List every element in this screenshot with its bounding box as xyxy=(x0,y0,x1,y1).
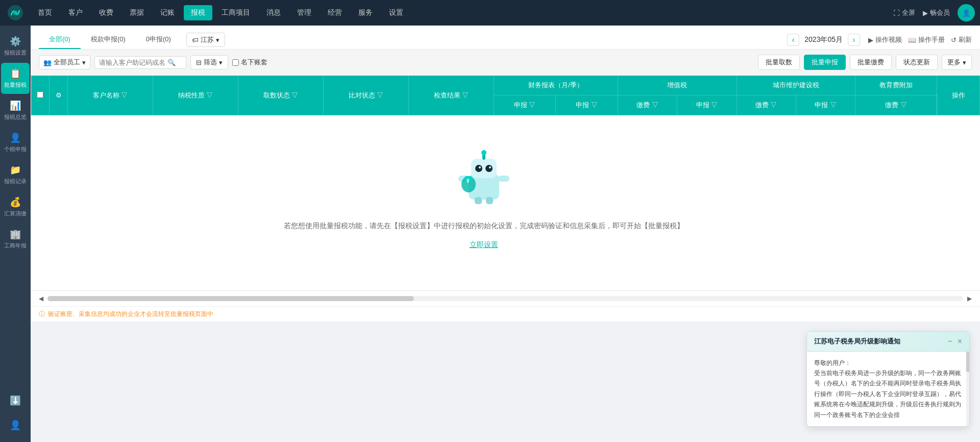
select-all-checkbox[interactable] xyxy=(37,91,43,98)
sidebar-item-tax-records[interactable]: 📁 报税记录 xyxy=(1,159,30,190)
avatar-icon: 👤 xyxy=(962,9,970,17)
sidebar-item-personal-tax[interactable]: 👤 个税申报 xyxy=(1,127,30,158)
top-navigation: 首页 客户 收费 票据 记账 报税 工商项目 消息 管理 经营 服务 设置 ⛶ … xyxy=(0,0,980,26)
filter-icon-tax-nature[interactable]: ▽ xyxy=(206,91,213,99)
month-navigation: ‹ 2023年05月 › xyxy=(787,34,860,46)
nav-accounting[interactable]: 记账 xyxy=(153,5,182,20)
filter-icon: ⊟ xyxy=(196,59,202,66)
nav-tax[interactable]: 报税 xyxy=(184,5,212,20)
sidebar-bottom: ⬇️ 👤 xyxy=(1,390,30,437)
sidebar-item-tax-overview[interactable]: 📊 报税总览 xyxy=(1,95,30,126)
col-operation: 操作 xyxy=(937,76,980,115)
notification-panel: 江苏电子税务局升级影响通知 − × 尊敬的用户：受当前电子税务局进一步升级的影响… xyxy=(806,331,970,427)
sidebar-item-annual-report[interactable]: 🏢 工商年报 xyxy=(1,224,30,255)
scroll-left-icon[interactable]: ◀ xyxy=(39,295,43,302)
left-sidebar: ⚙️ 报税设置 📋 批量报税 📊 报税总览 👤 个税申报 📁 报税记录 💰 汇算… xyxy=(0,26,31,442)
employee-select[interactable]: 👥 全部员工 ▾ xyxy=(39,55,90,69)
user-avatar[interactable]: 👤 xyxy=(958,4,975,21)
filter-icon-compare[interactable]: ▽ xyxy=(377,91,383,99)
col-edu-pay: 缴费 ▽ xyxy=(855,95,937,115)
tax-settings-icon: ⚙️ xyxy=(10,36,21,47)
nav-billing[interactable]: 收费 xyxy=(92,5,120,20)
svg-rect-15 xyxy=(475,197,482,204)
col-urban-pay: 缴费 ▽ xyxy=(737,95,796,115)
nav-menu: 首页 客户 收费 票据 记账 报税 工商项目 消息 管理 经营 服务 设置 xyxy=(31,5,893,20)
nav-service[interactable]: 服务 xyxy=(351,5,380,20)
filter-icon-check[interactable]: ▽ xyxy=(462,91,469,99)
province-selector[interactable]: 🏷 江苏 ▾ xyxy=(186,33,225,47)
prev-month-button[interactable]: ‹ xyxy=(787,34,799,46)
notification-scrollbar[interactable] xyxy=(966,352,969,426)
nav-message[interactable]: 消息 xyxy=(259,5,288,20)
col-tax-nature: 纳税性质 ▽ xyxy=(153,76,238,115)
sidebar-label-batch-tax: 批量报税 xyxy=(4,81,27,89)
sidebar-label-personal-tax: 个税申报 xyxy=(4,145,27,153)
batch-declare-button[interactable]: 批量申报 xyxy=(804,55,846,70)
more-chevron-icon: ▾ xyxy=(963,59,966,66)
batch-fetch-button[interactable]: 批量取数 xyxy=(758,55,800,70)
nav-invoice[interactable]: 票据 xyxy=(122,5,151,20)
next-month-button[interactable]: › xyxy=(848,34,860,46)
search-input[interactable] xyxy=(99,59,165,66)
refresh-icon: ↺ xyxy=(951,36,957,44)
sidebar-item-user[interactable]: 👤 xyxy=(1,414,30,436)
nav-business[interactable]: 工商项目 xyxy=(214,5,257,20)
scroll-right-icon[interactable]: ▶ xyxy=(967,295,972,302)
member-icon: ▶ xyxy=(923,9,928,17)
col-client-name: 客户名称 ▽ xyxy=(68,76,153,115)
svg-point-9 xyxy=(481,150,486,155)
filter-chevron-icon: ▾ xyxy=(219,59,223,66)
search-icon: 🔍 xyxy=(167,59,176,66)
sidebar-item-download[interactable]: ⬇️ xyxy=(1,390,30,411)
filter-row: 👥 全部员工 ▾ 🔍 ⊟ 筛选 ▾ 名下账套 批量取数 批量申报 批量缴费 状态… xyxy=(31,50,980,75)
sidebar-label-tax-overview: 报税总览 xyxy=(4,113,27,121)
nav-settings[interactable]: 设置 xyxy=(382,5,410,20)
account-checkbox-label[interactable]: 名下账套 xyxy=(232,58,267,67)
refresh-button[interactable]: ↺ 刷新 xyxy=(951,35,972,44)
warn-icon: ⓘ xyxy=(39,310,45,318)
sidebar-item-tax-settings[interactable]: ⚙️ 报税设置 xyxy=(1,31,30,62)
notif-minimize-button[interactable]: − xyxy=(947,337,952,346)
batch-pay-button[interactable]: 批量缴费 xyxy=(850,55,892,70)
account-checkbox[interactable] xyxy=(232,59,239,66)
fullscreen-button[interactable]: ⛶ 全屏 xyxy=(893,8,915,17)
setup-link[interactable]: 立即设置 xyxy=(470,240,498,249)
fullscreen-icon: ⛶ xyxy=(893,9,900,17)
nav-operation[interactable]: 经营 xyxy=(321,5,349,20)
filter-button[interactable]: ⊟ 筛选 ▾ xyxy=(190,55,228,69)
tab-tax-declare[interactable]: 税款申报(0) xyxy=(81,31,136,49)
refresh-label: 刷新 xyxy=(959,35,972,44)
bottom-bar: ◀ ▶ xyxy=(31,290,980,306)
sidebar-item-settlement[interactable]: 💰 汇算清缴 xyxy=(1,191,30,223)
filter-icon-client[interactable]: ▽ xyxy=(121,91,128,99)
empty-row: ¥ 若您想使用批量报税功能，请先在【报税设置】中进行报税的初始化设置，完成密码验… xyxy=(31,115,980,291)
col-urban-construction: 城市维护建设税 xyxy=(737,76,855,95)
sidebar-label-tax-settings: 报税设置 xyxy=(4,49,27,57)
svg-point-7 xyxy=(489,166,491,168)
settlement-icon: 💰 xyxy=(10,197,21,208)
nav-manage[interactable]: 管理 xyxy=(290,5,318,20)
annual-report-icon: 🏢 xyxy=(10,229,21,240)
logo[interactable] xyxy=(5,3,26,23)
user-icon: 👤 xyxy=(10,420,21,431)
video-tutorial-button[interactable]: ▶ 操作视频 xyxy=(868,35,902,44)
tab-all[interactable]: 全部(0) xyxy=(39,31,81,49)
svg-point-5 xyxy=(485,165,493,172)
tab-zero-declare[interactable]: 0申报(0) xyxy=(136,31,181,49)
nav-home[interactable]: 首页 xyxy=(31,5,59,20)
nav-client[interactable]: 客户 xyxy=(61,5,90,20)
table-checkbox-header[interactable] xyxy=(31,76,50,115)
manual-button[interactable]: 📖 操作手册 xyxy=(908,35,945,44)
notif-close-button[interactable]: × xyxy=(958,337,962,346)
status-update-button[interactable]: 状态更新 xyxy=(896,55,938,70)
empty-state: ¥ 若您想使用批量报税功能，请先在【报税设置】中进行报税的初始化设置，完成密码验… xyxy=(31,115,937,290)
video-icon: ▶ xyxy=(868,36,873,44)
notification-scroll-thumb xyxy=(966,352,969,372)
more-button[interactable]: 更多 ▾ xyxy=(942,55,972,70)
sidebar-item-batch-tax[interactable]: 📋 批量报税 xyxy=(1,63,30,94)
table-settings-header[interactable]: ⚙ xyxy=(50,76,68,115)
member-button[interactable]: ▶ 畅会员 xyxy=(923,8,950,17)
filter-icon-fetch[interactable]: ▽ xyxy=(291,91,298,99)
horizontal-scrollbar[interactable] xyxy=(47,296,963,301)
col-fetch-status: 取数状态 ▽ xyxy=(238,76,323,115)
